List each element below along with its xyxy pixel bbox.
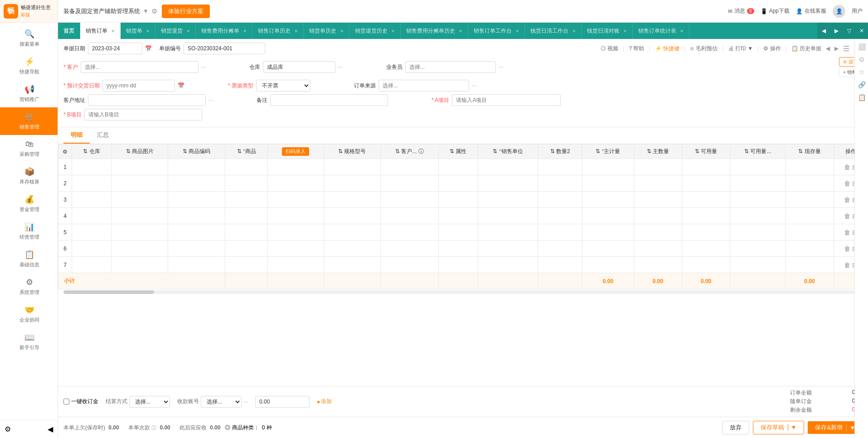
th-attribute[interactable]: ⇅ 属性 xyxy=(438,144,478,159)
row-delete-2[interactable]: 🗑 xyxy=(844,180,850,187)
a-project-input[interactable] xyxy=(452,94,561,106)
row-code-2[interactable] xyxy=(168,175,225,192)
th-warehouse[interactable]: ⇅ 仓库 xyxy=(72,144,112,159)
order-source-more-btn[interactable]: ··· xyxy=(472,82,476,89)
row-delete-1[interactable]: 🗑 xyxy=(844,164,850,171)
row-goods-4[interactable] xyxy=(225,208,267,224)
row-goods-6[interactable] xyxy=(225,241,267,257)
nav-tab-0[interactable]: 首页 xyxy=(58,23,80,39)
sidebar-item-1[interactable]: ⚡ 快捷导航 xyxy=(0,52,58,80)
row-main-unit-3[interactable] xyxy=(582,192,634,208)
row-main-unit-1[interactable] xyxy=(582,159,634,175)
row-delete-7[interactable]: 🗑 xyxy=(844,261,850,269)
discard-btn[interactable]: 放弃 xyxy=(722,421,749,434)
industry-btn[interactable]: 体验行业方案 xyxy=(162,5,210,18)
row-available2-7[interactable] xyxy=(730,257,786,273)
nav-tab-5[interactable]: 销售订单历史✕ xyxy=(252,23,304,39)
row-delete-5[interactable]: 🗑 xyxy=(844,229,850,236)
row-qty2-1[interactable] xyxy=(538,159,582,175)
rs-icon-5[interactable]: 📋 xyxy=(856,91,868,103)
nav-expand-btn[interactable]: ▽ xyxy=(843,23,855,39)
addr-more-btn[interactable]: ··· xyxy=(209,97,213,103)
row-attr-4[interactable] xyxy=(438,208,478,224)
profit-btn[interactable]: ⊙ 毛利预估 xyxy=(690,45,718,53)
message-btn[interactable]: ✉ 消息 8 xyxy=(728,7,754,15)
sidebar-item-7[interactable]: 📊 经营管理 xyxy=(0,217,58,245)
table-view-btn[interactable]: ☰ xyxy=(843,44,849,53)
nav-tab-2[interactable]: 销货单✕ xyxy=(121,23,155,39)
customer-more-btn[interactable]: ··· xyxy=(201,64,206,70)
one-click-checkout-cb[interactable]: 一键收订金 xyxy=(63,398,98,405)
rs-icon-4[interactable]: 🔗 xyxy=(856,79,868,91)
delivery-calendar-icon[interactable]: 📅 xyxy=(178,82,184,89)
row-available-2[interactable] xyxy=(682,175,730,192)
salesperson-more-btn[interactable]: ··· xyxy=(499,64,503,70)
row-warehouse-5[interactable] xyxy=(72,224,112,241)
ops-btn[interactable]: ⚙ 操作 xyxy=(763,45,781,53)
topbar-settings-icon[interactable]: ⚙ xyxy=(151,7,157,15)
receipt-account-select[interactable]: 选择... xyxy=(201,396,242,408)
nav-tab-close-11[interactable]: ✕ xyxy=(623,29,627,34)
help-btn[interactable]: ? 帮助 xyxy=(629,45,644,53)
tab-summary[interactable]: 汇总 xyxy=(90,127,116,144)
payment-method-select[interactable]: 选择... xyxy=(129,396,170,408)
sidebar-item-10[interactable]: 🤝 企业协同 xyxy=(0,300,58,328)
nav-tab-11[interactable]: 钱货日清对账✕ xyxy=(582,23,633,39)
row-spec-7[interactable] xyxy=(324,257,380,273)
row-main-unit-4[interactable] xyxy=(582,208,634,224)
shortcut-btn[interactable]: ⚡ 快捷键 xyxy=(655,45,679,53)
sidebar-collapse-icon[interactable]: ◀ xyxy=(48,425,53,433)
row-cust-code-2[interactable] xyxy=(381,175,439,192)
delivery-date-input[interactable] xyxy=(102,80,175,91)
row-spec-2[interactable] xyxy=(324,175,380,192)
th-available[interactable]: ⇅ 可用量 xyxy=(682,144,730,159)
row-cust-code-3[interactable] xyxy=(381,192,439,208)
th-code[interactable]: ⇅ 商品编码 xyxy=(168,144,225,159)
row-unit-6[interactable] xyxy=(478,241,538,257)
row-available2-6[interactable] xyxy=(730,241,786,257)
row-code-3[interactable] xyxy=(168,192,225,208)
th-customer-code[interactable]: ⇅ 客户... ⓘ xyxy=(381,144,439,159)
video-btn[interactable]: ◎ 视频 xyxy=(601,45,618,53)
th-scan[interactable]: 扫码录入 xyxy=(268,144,324,159)
row-current-6[interactable] xyxy=(786,241,834,257)
add-item-btn[interactable]: ● 添加 xyxy=(317,398,332,405)
row-unit-4[interactable] xyxy=(478,208,538,224)
no-input[interactable] xyxy=(184,43,265,54)
row-main-qty-7[interactable] xyxy=(634,257,682,273)
row-current-1[interactable] xyxy=(786,159,834,175)
row-attr-7[interactable] xyxy=(438,257,478,273)
row-main-unit-2[interactable] xyxy=(582,175,634,192)
row-available2-1[interactable] xyxy=(730,159,786,175)
save-draft-dropdown-icon[interactable]: ▼ xyxy=(788,424,797,431)
row-cust-code-4[interactable] xyxy=(381,208,439,224)
sidebar-item-9[interactable]: ⚙ 系统管理 xyxy=(0,273,58,300)
receipt-amount-input[interactable] xyxy=(255,396,310,408)
row-unit-3[interactable] xyxy=(478,192,538,208)
th-qty2[interactable]: ⇅ 数量2 xyxy=(538,144,582,159)
nav-tab-close-8[interactable]: ✕ xyxy=(459,29,462,34)
nav-tab-close-4[interactable]: ✕ xyxy=(243,29,247,34)
row-main-qty-6[interactable] xyxy=(634,241,682,257)
th-img[interactable]: ⇅ 商品图片 xyxy=(112,144,168,159)
nav-tab-close-10[interactable]: ✕ xyxy=(572,29,576,34)
row-unit-2[interactable] xyxy=(478,175,538,192)
history-btn[interactable]: 📋 历史单据 xyxy=(791,45,821,53)
row-unit-5[interactable] xyxy=(478,224,538,241)
row-code-1[interactable] xyxy=(168,159,225,175)
order-source-input[interactable] xyxy=(378,80,469,91)
row-available-1[interactable] xyxy=(682,159,730,175)
nav-tab-close-7[interactable]: ✕ xyxy=(391,29,395,34)
rs-icon-3[interactable]: ☆ xyxy=(856,66,868,78)
row-goods-3[interactable] xyxy=(225,192,267,208)
sidebar-item-5[interactable]: 📦 库存核算 xyxy=(0,162,58,190)
table-scrollbar-thumb[interactable] xyxy=(63,290,154,294)
save-draft-btn[interactable]: 保存草稿 ▼ xyxy=(753,421,805,434)
th-goods[interactable]: ⇅ *商品 xyxy=(225,144,267,159)
tab-detail[interactable]: 明细 xyxy=(63,127,90,144)
row-main-qty-1[interactable] xyxy=(634,159,682,175)
row-cust-code-7[interactable] xyxy=(381,257,439,273)
row-warehouse-6[interactable] xyxy=(72,241,112,257)
invoice-select[interactable]: 不开票 开增值税普票 开增值税专票 xyxy=(256,80,310,91)
row-qty2-5[interactable] xyxy=(538,224,582,241)
